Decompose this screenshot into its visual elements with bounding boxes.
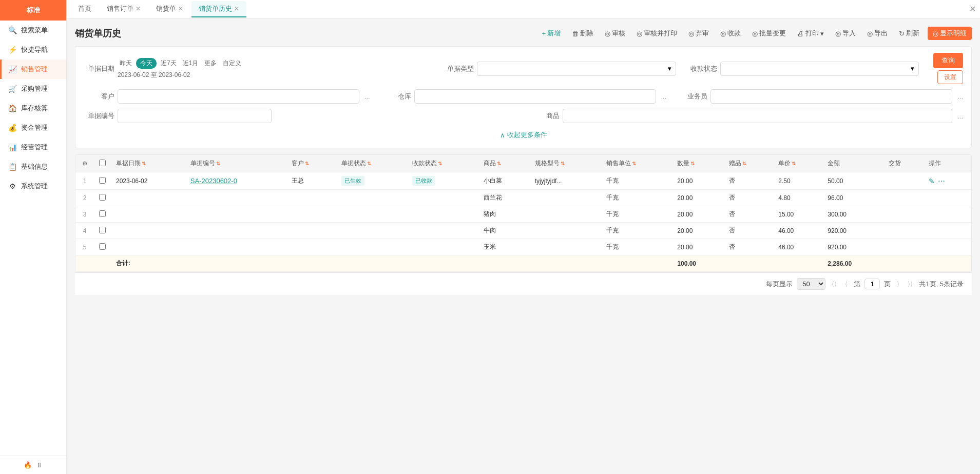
row-unit: 千克: [601, 206, 672, 223]
tab-close-all[interactable]: ✕: [969, 4, 976, 14]
last-page-btn[interactable]: ⟩⟩: [906, 279, 915, 289]
sidebar-item-sales-mgmt[interactable]: 📈 销售管理: [0, 60, 66, 79]
row-spec: [530, 190, 601, 206]
collect-button[interactable]: ◎ 收款: [717, 27, 744, 40]
batch-change-button[interactable]: ◎ 批量变更: [749, 27, 789, 40]
customer-label: 客户: [84, 92, 114, 101]
next-page-btn[interactable]: ⟩: [895, 279, 901, 289]
row-checkbox[interactable]: [94, 239, 111, 255]
delete-button[interactable]: 🗑 删除: [569, 27, 597, 40]
page-num-input[interactable]: [864, 279, 880, 289]
first-page-btn[interactable]: ⟨⟨: [830, 279, 839, 289]
audit-print-button[interactable]: ◎ 审核并打印: [633, 27, 680, 40]
spec-col-header: 规格型号⇅: [530, 155, 601, 172]
prev-page-btn[interactable]: ⟨: [843, 279, 850, 289]
row-num: 4: [75, 223, 94, 239]
sidebar-fire-icon[interactable]: 🔥: [24, 461, 32, 469]
audit-button[interactable]: ◎ 审核: [602, 27, 628, 40]
customer-dots[interactable]: ...: [364, 93, 370, 101]
settings-col-header[interactable]: ⚙: [75, 155, 94, 172]
warehouse-dots[interactable]: ...: [661, 93, 667, 101]
row-checkbox[interactable]: [94, 206, 111, 223]
row-pay-status: [407, 190, 478, 206]
refresh-button[interactable]: ↻ 刷新: [896, 27, 923, 40]
pay-status-label: 收款状态: [686, 64, 717, 73]
select-all-checkbox[interactable]: [99, 160, 106, 166]
goods-input[interactable]: [563, 109, 953, 123]
sidebar-item-base-info[interactable]: 📋 基础信息: [0, 157, 66, 176]
date-1month[interactable]: 近1月: [181, 58, 201, 69]
date-yesterday[interactable]: 昨天: [118, 58, 134, 69]
row-doc-date: [111, 239, 185, 255]
tab-close-sales-order[interactable]: ✕: [136, 5, 141, 12]
row-unit: 千克: [601, 172, 672, 190]
sidebar-pause-icon[interactable]: ⏸: [36, 461, 43, 469]
new-icon: +: [542, 30, 546, 37]
doc-type-select[interactable]: ▾: [477, 62, 676, 76]
row-num: 3: [75, 206, 94, 223]
pay-status-select[interactable]: ▾: [720, 62, 919, 76]
tab-sales-order[interactable]: 销售订单 ✕: [100, 1, 148, 17]
row-doc-no[interactable]: [185, 206, 287, 223]
edit-icon[interactable]: ✎: [929, 177, 935, 185]
row-checkbox[interactable]: [94, 190, 111, 206]
row-qty: 20.00: [672, 206, 724, 223]
print-button[interactable]: 🖨 打印 ▾: [794, 27, 827, 40]
tab-sales-history[interactable]: 销货单历史 ✕: [191, 1, 246, 17]
sidebar-item-inventory[interactable]: 🏠 库存核算: [0, 98, 66, 118]
date-more[interactable]: 更多: [202, 58, 219, 69]
sidebar-item-search-menu[interactable]: 🔍 搜索菜单: [0, 21, 66, 40]
date-today[interactable]: 今天: [136, 58, 157, 69]
query-button[interactable]: 查询: [933, 53, 963, 68]
date-7days[interactable]: 近7天: [159, 58, 179, 69]
import-button[interactable]: ◎ 导入: [832, 27, 859, 40]
sidebar-item-purchase-mgmt[interactable]: 🛒 采购管理: [0, 79, 66, 98]
show-detail-button[interactable]: ◎ 显示明细: [928, 27, 972, 40]
abandon-button[interactable]: ◎ 弃审: [685, 27, 712, 40]
collect-icon: ◎: [720, 30, 726, 37]
row-checkbox[interactable]: [94, 172, 111, 190]
row-trans: [883, 206, 924, 223]
row-spec: tyjyjtyjdf...: [530, 172, 601, 190]
sidebar-item-operations[interactable]: 📊 经营管理: [0, 137, 66, 157]
finance-icon: 💰: [8, 124, 17, 132]
tab-sales-goods[interactable]: 销货单 ✕: [149, 1, 190, 17]
business-dots[interactable]: ...: [957, 93, 963, 101]
filter-goods: 商品 ...: [529, 109, 964, 123]
row-doc-no[interactable]: SA-20230602-0: [185, 172, 287, 190]
gift-col-header: 赠品⇅: [724, 155, 773, 172]
checkbox-col-header[interactable]: [94, 155, 111, 172]
export-button[interactable]: ◎ 导出: [864, 27, 891, 40]
tab-home[interactable]: 首页: [71, 1, 99, 17]
total-qty: 100.00: [672, 255, 724, 272]
goods-col-header: 商品⇅: [478, 155, 530, 172]
row-num: 5: [75, 239, 94, 255]
audit-icon: ◎: [605, 30, 610, 37]
collapse-filter-btn[interactable]: ∧ 收起更多条件: [84, 128, 963, 142]
row-doc-no[interactable]: [185, 223, 287, 239]
customer-input[interactable]: [118, 89, 359, 104]
row-customer: 王总: [286, 172, 336, 190]
date-custom[interactable]: 自定义: [221, 58, 243, 69]
per-page-select[interactable]: 50 100 200: [797, 278, 825, 290]
doc-no-input[interactable]: [118, 109, 272, 123]
sidebar-item-sys-mgmt[interactable]: ⚙ 系统管理: [0, 176, 66, 196]
row-checkbox[interactable]: [94, 223, 111, 239]
sidebar-item-label: 采购管理: [21, 84, 48, 93]
goods-dots[interactable]: ...: [957, 112, 963, 120]
set-button[interactable]: 设置: [937, 70, 963, 84]
business-input[interactable]: [710, 89, 952, 104]
customer-col-header: 客户⇅: [286, 155, 336, 172]
row-spec: [530, 223, 601, 239]
warehouse-input[interactable]: [414, 89, 656, 104]
row-doc-no[interactable]: [185, 190, 287, 206]
tab-close-sales-history[interactable]: ✕: [234, 5, 239, 12]
page-title: 销货单历史: [75, 27, 121, 40]
new-button[interactable]: + 新增: [539, 27, 564, 40]
row-doc-no[interactable]: [185, 239, 287, 255]
more-icon[interactable]: ⋯: [938, 177, 945, 185]
sidebar-item-finance[interactable]: 💰 资金管理: [0, 118, 66, 137]
tab-close-sales-goods[interactable]: ✕: [178, 5, 183, 12]
sidebar-item-quick-nav[interactable]: ⚡ 快捷导航: [0, 40, 66, 60]
row-doc-date: [111, 190, 185, 206]
